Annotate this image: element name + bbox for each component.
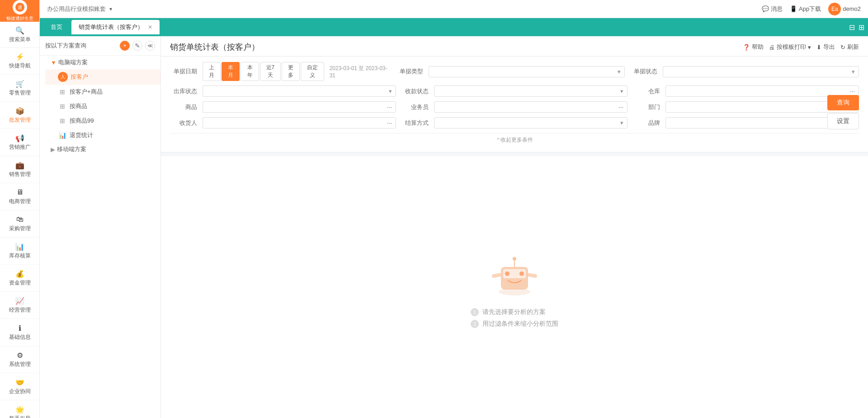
sidebar-item-basic-info[interactable]: ℹ 基础信息 bbox=[0, 319, 39, 346]
empty-tip-2: 2 用过滤条件来缩小分析范围 bbox=[471, 320, 558, 328]
sidebar-item-operations[interactable]: 📈 经营管理 bbox=[0, 292, 39, 319]
tree-item-return-stats[interactable]: 📊 退货统计 bbox=[45, 128, 160, 142]
sidebar-item-label: 批发管理 bbox=[9, 116, 31, 124]
sidebar-item-marketing[interactable]: 📢 营销推广 bbox=[0, 129, 39, 156]
sidebar-item-inventory[interactable]: 📊 库存核算 bbox=[0, 238, 39, 265]
filter-area: 单据日期 上月 本月 本年 近7天 更多 自定义 2023-03-01 至 20… bbox=[161, 57, 868, 152]
date-btn-7days[interactable]: 近7天 bbox=[260, 62, 281, 81]
tab-sales-stats[interactable]: 销货单统计表（按客户） ✕ bbox=[71, 20, 160, 34]
filter-row-4: 收货人 ··· 结算方式 ▾ 品牌 ··· bbox=[170, 117, 859, 128]
sidebar: 通 畅捷通好生意 🔍 搜索菜单 ⚡ 快捷导航 🛒 零售管理 📦 批发管理 📢 营… bbox=[0, 0, 40, 418]
enterprise-icon: 🤝 bbox=[15, 378, 24, 387]
user-profile[interactable]: Ea demo2 bbox=[828, 3, 861, 15]
date-btn-custom[interactable]: 自定义 bbox=[301, 62, 324, 81]
sidebar-search[interactable]: 🔍 搜索菜单 bbox=[0, 22, 39, 48]
empty-illustration bbox=[487, 247, 542, 301]
retail-icon: 🛒 bbox=[15, 79, 24, 88]
date-btn-last-month[interactable]: 上月 bbox=[203, 62, 221, 81]
tree-item-label: 按商品 bbox=[70, 102, 87, 110]
tab-expand-btn[interactable]: ⊞ bbox=[859, 23, 864, 32]
sidebar-item-wholesale[interactable]: 📦 批发管理 bbox=[0, 102, 39, 129]
staff-input[interactable]: ··· bbox=[434, 101, 627, 113]
sidebar-item-newbie[interactable]: 🌟 新手引导 bbox=[0, 400, 39, 418]
svg-rect-10 bbox=[527, 272, 537, 278]
app-download-label: App下载 bbox=[799, 5, 821, 13]
tab-minimize-btn[interactable]: ⊟ bbox=[849, 23, 855, 32]
query-button[interactable]: 查询 bbox=[827, 95, 859, 110]
tree-item-by-customer[interactable]: 人 按客户 bbox=[45, 69, 160, 85]
goods-label: 商品 bbox=[170, 103, 197, 111]
order-type-select[interactable]: ▾ bbox=[429, 66, 625, 77]
collapse-bar[interactable]: ⌃ 收起更多条件 bbox=[170, 133, 859, 147]
sidebar-item-enterprise[interactable]: 🤝 企业协同 bbox=[0, 373, 39, 400]
tree-group-desktop[interactable]: ▼ 电脑端方案 bbox=[45, 56, 160, 69]
date-field: 上月 本月 本年 近7天 更多 自定义 2023-03-01 至 2023-03… bbox=[203, 62, 391, 81]
svg-text:通: 通 bbox=[18, 5, 22, 10]
collapse-panel-btn[interactable]: ≪ bbox=[145, 41, 155, 51]
header-left: 办公用品行业模拟账套 ▾ bbox=[47, 5, 112, 13]
tree-group-mobile-label: 移动端方案 bbox=[57, 145, 86, 153]
receiver-input[interactable]: ··· bbox=[203, 117, 396, 128]
top-header: 办公用品行业模拟账套 ▾ 💬 消息 📱 App下载 Ea demo2 bbox=[40, 0, 868, 18]
refresh-label: 刷新 bbox=[847, 43, 859, 51]
tree-item-label: 按商品99 bbox=[70, 117, 94, 125]
sidebar-item-system[interactable]: ⚙ 系统管理 bbox=[0, 346, 39, 373]
message-label: 消息 bbox=[771, 5, 783, 13]
sidebar-item-label: 营销推广 bbox=[9, 143, 31, 151]
export-btn[interactable]: ⬇ 导出 bbox=[816, 43, 835, 51]
page-actions: ❓ 帮助 🖨 按模板打印 ▾ ⬇ 导出 ↻ 刷新 bbox=[743, 43, 859, 51]
print-btn[interactable]: 🖨 按模板打印 ▾ bbox=[769, 43, 811, 51]
sidebar-item-finance[interactable]: 💰 资金管理 bbox=[0, 265, 39, 292]
sidebar-logo[interactable]: 通 畅捷通好生意 bbox=[0, 0, 40, 22]
tip-2-num: 2 bbox=[471, 320, 479, 328]
sales-icon: 💼 bbox=[15, 161, 24, 170]
sidebar-item-retail[interactable]: 🛒 零售管理 bbox=[0, 75, 39, 102]
receiver-dots: ··· bbox=[387, 119, 392, 126]
left-panel-actions: + ✎ ≪ bbox=[120, 41, 155, 51]
tree-item-goods99[interactable]: ⊞ 按商品99 bbox=[45, 114, 160, 128]
order-status-select[interactable]: ▾ bbox=[663, 66, 859, 77]
receipt-status-arrow: ▾ bbox=[620, 88, 623, 95]
add-scheme-btn[interactable]: + bbox=[120, 41, 130, 51]
out-status-select[interactable]: ▾ bbox=[203, 86, 396, 97]
settlement-select[interactable]: ▾ bbox=[434, 117, 627, 128]
export-label: 导出 bbox=[823, 43, 835, 51]
message-icon: 💬 bbox=[762, 5, 769, 12]
tree-item-by-goods[interactable]: ⊞ 按商品 bbox=[45, 99, 160, 114]
refresh-icon: ↻ bbox=[840, 44, 845, 51]
goods99-icon: ⊞ bbox=[58, 116, 67, 125]
tab-close-btn[interactable]: ✕ bbox=[148, 24, 152, 30]
staff-label: 业务员 bbox=[401, 103, 429, 111]
tree-group-mobile[interactable]: ▶ 移动端方案 bbox=[45, 142, 160, 156]
help-icon: ❓ bbox=[743, 44, 750, 51]
sidebar-item-label: 采购管理 bbox=[9, 225, 31, 233]
finance-icon: 💰 bbox=[15, 269, 24, 278]
receipt-status-select[interactable]: ▾ bbox=[434, 86, 627, 97]
system-icon: ⚙ bbox=[15, 351, 24, 360]
order-status-label: 单据状态 bbox=[630, 67, 657, 76]
help-btn[interactable]: ❓ 帮助 bbox=[743, 43, 764, 51]
edit-scheme-btn[interactable]: ✎ bbox=[132, 41, 142, 51]
sidebar-item-quick-nav[interactable]: ⚡ 快捷导航 bbox=[0, 48, 39, 75]
reset-button[interactable]: 设置 bbox=[827, 113, 859, 129]
sidebar-item-ecommerce[interactable]: 🖥 电商管理 bbox=[0, 183, 39, 210]
sidebar-item-purchase[interactable]: 🛍 采购管理 bbox=[0, 210, 39, 238]
user-avatar: Ea bbox=[828, 3, 841, 15]
message-btn[interactable]: 💬 消息 bbox=[762, 5, 783, 13]
purchase-icon: 🛍 bbox=[15, 215, 24, 224]
sidebar-item-sales[interactable]: 💼 销售管理 bbox=[0, 156, 39, 183]
date-btn-this-year[interactable]: 本年 bbox=[241, 62, 259, 81]
staff-dots: ··· bbox=[618, 104, 623, 110]
goods-input[interactable]: ··· bbox=[203, 101, 396, 113]
quick-nav-icon: ⚡ bbox=[15, 52, 24, 61]
download-icon: 📱 bbox=[790, 5, 797, 12]
refresh-btn[interactable]: ↻ 刷新 bbox=[840, 43, 859, 51]
header-dropdown[interactable]: ▾ bbox=[109, 6, 112, 12]
settlement-label: 结算方式 bbox=[401, 119, 429, 127]
date-btn-this-month[interactable]: 本月 bbox=[222, 62, 240, 81]
tab-home[interactable]: 首页 bbox=[43, 20, 70, 34]
tree-item-customer-goods[interactable]: ⊞ 按客户+商品 bbox=[45, 85, 160, 99]
svg-rect-9 bbox=[491, 272, 502, 278]
app-download-btn[interactable]: 📱 App下载 bbox=[790, 5, 821, 13]
date-btn-more[interactable]: 更多 bbox=[282, 62, 300, 81]
